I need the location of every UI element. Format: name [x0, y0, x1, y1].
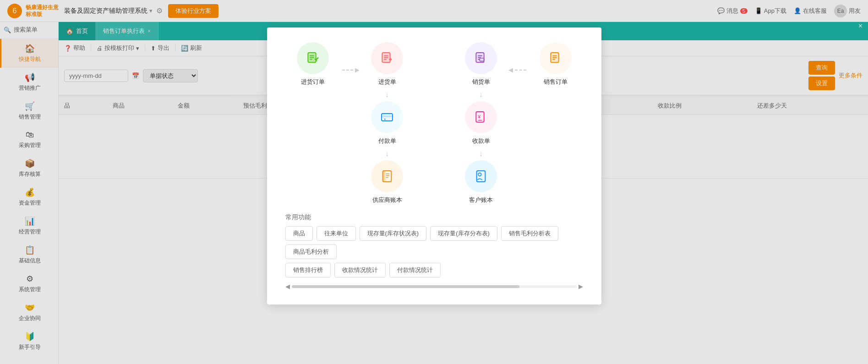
customer-ledger-circle	[465, 160, 497, 192]
func-btn-receipt-stats[interactable]: 收款情况统计	[334, 263, 386, 277]
purchase-order-circle	[297, 42, 329, 74]
func-btn-sales-profit[interactable]: 销售毛利分析表	[501, 226, 558, 241]
payment-label: 付款单	[378, 137, 396, 145]
scroll-right-icon[interactable]: ▶	[579, 283, 583, 290]
func-btn-product[interactable]: 商品	[285, 226, 313, 241]
func-btn-sales-rank[interactable]: 销售排行榜	[285, 263, 331, 277]
flow-node-purchase-bill: 进货单	[360, 42, 415, 86]
svg-text:¥: ¥	[477, 114, 480, 120]
flow-node-sales-order: 销售订单	[528, 42, 583, 86]
sales-order-circle	[540, 42, 572, 74]
flow-row-4-arrows: ↓ ↓	[285, 149, 583, 158]
down-arrow-payment: ↓	[360, 149, 415, 158]
func-btn-contacts[interactable]: 往来单位	[317, 226, 356, 241]
customer-ledger-label: 客户账本	[469, 196, 493, 204]
func-btn-row-2: 销售排行榜 收款情况统计 付款情况统计	[285, 263, 583, 277]
receipt-label: 收款单	[472, 137, 490, 145]
svg-rect-22	[382, 115, 393, 117]
sales-order-label: 销售订单	[544, 78, 568, 86]
scroll-arrows: ◀ ▶	[285, 283, 583, 290]
func-btn-row-1: 商品 往来单位 现存量(库存状况表) 现存量(库存分布表) 销售毛利分析表 商品…	[285, 226, 583, 259]
flow-node-purchase-order: 进货订单	[285, 42, 340, 86]
supplier-ledger-circle	[371, 160, 403, 192]
supplier-ledger-label: 供应商账本	[372, 196, 402, 204]
func-btn-payment-stats[interactable]: 付款情况统计	[389, 263, 441, 277]
func-btn-stock-status[interactable]: 现存量(库存状况表)	[360, 226, 427, 241]
scroll-left-icon[interactable]: ◀	[285, 283, 290, 290]
modal-body: 进货订单 ▶	[267, 27, 601, 304]
flow-row-1: 进货订单 ▶	[285, 42, 583, 86]
common-functions: 常用功能 商品 往来单位 现存量(库存状况表) 现存量(库存分布表) 销售毛利分…	[285, 213, 583, 277]
flow-node-customer-ledger: 客户账本	[453, 160, 508, 204]
quick-nav-modal: 进货订单 ▶	[267, 27, 601, 304]
arrow-2: ◀	[508, 66, 528, 86]
flow-node-sales-bill: 销货单	[453, 42, 508, 86]
scrollbar-track[interactable]	[292, 285, 577, 288]
purchase-bill-circle	[371, 42, 403, 74]
modal-overlay: 进货订单 ▶	[0, 0, 868, 364]
func-btn-product-profit[interactable]: 商品毛利分析	[285, 244, 337, 259]
svg-text:¥: ¥	[384, 118, 386, 121]
flow-row-5: 供应商账本 客户账本	[285, 160, 583, 204]
flow-row-3: ¥ 付款单 ¥ 收款单	[285, 101, 583, 145]
flow-node-receipt: ¥ 收款单	[453, 101, 508, 145]
svg-rect-32	[477, 171, 486, 182]
flow-node-payment: ¥ 付款单	[360, 101, 415, 145]
arrow-1: ▶	[340, 66, 360, 86]
flow-row-2-arrows: ↓ ↓	[285, 90, 583, 99]
receipt-circle: ¥	[465, 101, 497, 133]
down-arrow-receipt: ↓	[453, 149, 508, 158]
svg-rect-28	[383, 171, 385, 182]
flow-node-supplier-ledger: 供应商账本	[360, 160, 415, 204]
down-arrow-sales: ↓	[453, 90, 508, 99]
sales-bill-circle	[465, 42, 497, 74]
sales-bill-label: 销货单	[472, 78, 490, 86]
func-btn-stock-dist[interactable]: 现存量(库存分布表)	[430, 226, 497, 241]
purchase-bill-label: 进货单	[378, 78, 396, 86]
common-func-title: 常用功能	[285, 213, 583, 222]
payment-circle: ¥	[371, 101, 403, 133]
down-arrow-purchase: ↓	[360, 90, 415, 99]
purchase-order-label: 进货订单	[301, 78, 325, 86]
